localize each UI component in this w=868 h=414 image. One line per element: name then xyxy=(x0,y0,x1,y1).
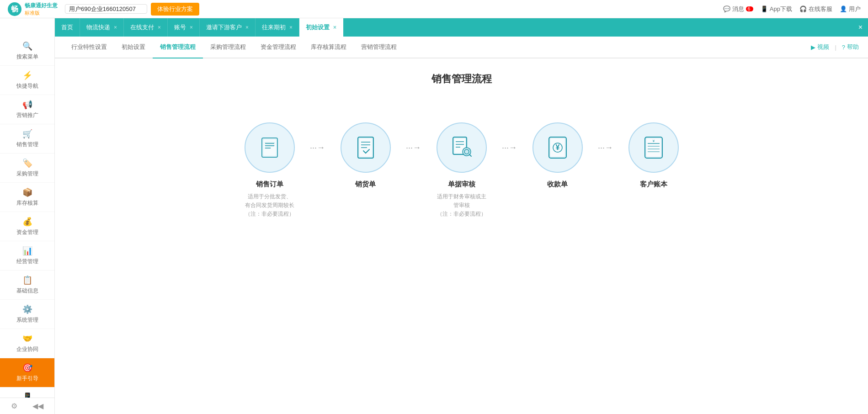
logo-icon: 畅 xyxy=(7,2,22,16)
sales-order-icon xyxy=(257,135,282,160)
sidebar-item-newbie[interactable]: 🎯 新手引导 xyxy=(0,358,54,387)
review-icon xyxy=(449,135,474,160)
close-icon[interactable]: × xyxy=(114,24,117,31)
flow-step-invoice: 销货单 xyxy=(329,122,402,192)
sidebar-item-search[interactable]: 🔍 搜索菜单 xyxy=(0,37,54,66)
sub-tab-inventory-flow[interactable]: 库存核算流程 xyxy=(304,37,354,58)
nav-tab-label: 初始设置 xyxy=(306,23,330,32)
flow-step-receipt: ¥ 收款单 xyxy=(521,122,594,192)
invoice-icon xyxy=(353,135,378,160)
quick-icon: ⚡ xyxy=(22,70,32,80)
nav-tabs: 首页 物流快递 × 在线支付 × 账号 × 邀请下游客户 × 往来期初 × 初始… xyxy=(55,18,868,37)
nav-tabs-close-all[interactable]: × xyxy=(853,18,868,37)
nav-tab-invite[interactable]: 邀请下游客户 × xyxy=(200,18,256,37)
flow-step-review: 单据审核 适用于财务审核或主管审核（注：非必要流程） xyxy=(425,122,498,219)
help-link[interactable]: ? 帮助 xyxy=(842,43,859,51)
message-icon: 💬 xyxy=(723,5,730,12)
inventory-icon: 📦 xyxy=(22,187,32,197)
sidebar-item-finance[interactable]: 💰 资金管理 xyxy=(0,212,54,241)
flow-step-desc: 适用于财务审核或主管审核（注：非必要流程） xyxy=(437,192,486,219)
flow-circle-invoice[interactable] xyxy=(341,122,391,173)
flow-circle-review[interactable] xyxy=(437,122,487,173)
purchase-icon: 🏷️ xyxy=(22,158,32,168)
flow-step-account: ¥ 客户账本 xyxy=(617,122,690,192)
receipt-icon: ¥ xyxy=(545,135,570,160)
flow-circle-account[interactable]: ¥ xyxy=(628,122,679,173)
user-avatar-icon: 👤 xyxy=(840,5,847,12)
sidebar-item-label: 采购管理 xyxy=(16,170,38,178)
user-selector-wrapper[interactable]: 用户690企业1660120507 xyxy=(65,4,147,14)
user-menu-btn[interactable]: 👤 用户 xyxy=(840,5,861,13)
collapse-btn[interactable]: ◀◀ xyxy=(32,402,43,410)
coop-icon: 🤝 xyxy=(22,334,32,344)
sidebar-item-app-center[interactable]: 📱 应用中心 xyxy=(0,387,54,398)
sidebar-item-inventory[interactable]: 📦 库存核算 xyxy=(0,183,54,212)
headset-icon: 🎧 xyxy=(799,5,807,12)
nav-tab-period[interactable]: 往来期初 × xyxy=(256,18,299,37)
sidebar-item-system[interactable]: ⚙️ 系统管理 xyxy=(0,300,54,329)
flow-circle-receipt[interactable]: ¥ xyxy=(533,122,583,173)
flow-arrow-4: ···→ xyxy=(594,122,617,153)
help-icon: ? xyxy=(842,44,845,51)
nav-tab-home[interactable]: 首页 xyxy=(55,18,80,37)
message-btn[interactable]: 💬 消息 6 xyxy=(723,5,753,13)
sidebar-item-sales[interactable]: 🛒 销售管理 xyxy=(0,124,54,154)
sidebar-item-purchase[interactable]: 🏷️ 采购管理 xyxy=(0,154,54,183)
video-link[interactable]: ▶ 视频 xyxy=(811,43,829,51)
page-body: 销售管理流程 销售 xyxy=(55,58,868,242)
flow-arrow-3: ···→ xyxy=(498,122,521,153)
sidebar-item-marketing[interactable]: 📢 营销推广 xyxy=(0,95,54,124)
sidebar-item-operation[interactable]: 📊 经营管理 xyxy=(0,241,54,271)
close-icon[interactable]: × xyxy=(333,24,336,31)
sub-tab-sales-flow[interactable]: 销售管理流程 xyxy=(153,37,203,58)
flow-step-title: 收款单 xyxy=(547,180,568,189)
nav-tab-logistics[interactable]: 物流快递 × xyxy=(80,18,124,37)
flow-circle-sales-order[interactable] xyxy=(245,122,295,173)
flow-step-title: 销货单 xyxy=(355,180,376,189)
online-service-btn[interactable]: 🎧 在线客服 xyxy=(799,5,832,13)
nav-tab-init[interactable]: 初始设置 × xyxy=(299,18,343,37)
sales-icon: 🛒 xyxy=(22,129,32,139)
top-bar-right: 💬 消息 6 📱 App下载 🎧 在线客服 👤 用户 xyxy=(723,5,861,13)
app-icon: 📱 xyxy=(761,5,768,12)
sub-tab-industry[interactable]: 行业特性设置 xyxy=(64,37,114,58)
app-center-icon: 📱 xyxy=(22,392,32,398)
close-icon[interactable]: × xyxy=(190,24,193,31)
sidebar-item-quick[interactable]: ⚡ 快捷导航 xyxy=(0,66,54,95)
sidebar-item-basic[interactable]: 📋 基础信息 xyxy=(0,271,54,300)
sidebar-item-label: 营销推广 xyxy=(16,111,38,119)
sidebar-item-label: 资金管理 xyxy=(16,228,38,236)
nav-tab-label: 物流快递 xyxy=(86,23,110,32)
operation-icon: 📊 xyxy=(22,246,32,256)
settings-btn[interactable]: ⚙ xyxy=(11,402,17,410)
sidebar-item-label: 企业协同 xyxy=(16,345,38,353)
flow-step-sales-order: 销售订单 适用于分批发货、有合同发货周期较长（注：非必要流程） xyxy=(233,122,306,219)
nav-tab-account[interactable]: 账号 × xyxy=(168,18,200,37)
flow-arrow-2: ···→ xyxy=(402,122,425,153)
sub-tab-finance-flow[interactable]: 资金管理流程 xyxy=(253,37,304,58)
nav-tab-payment[interactable]: 在线支付 × xyxy=(124,18,168,37)
sub-tab-marketing-flow[interactable]: 营销管理流程 xyxy=(354,37,404,58)
search-icon: 🔍 xyxy=(22,41,32,51)
sidebar-item-enterprise-coop[interactable]: 🤝 企业协同 xyxy=(0,329,54,358)
close-icon[interactable]: × xyxy=(158,24,161,31)
account-icon: ¥ xyxy=(641,135,666,160)
trial-btn[interactable]: 体验行业方案 xyxy=(151,3,199,16)
sidebar-item-label: 新手引导 xyxy=(16,375,38,382)
sub-tab-purchase-flow[interactable]: 采购管理流程 xyxy=(203,37,253,58)
top-bar-left: 畅 畅康通好生意 标准版 用户690企业1660120507 体验行业方案 xyxy=(7,2,199,16)
app-download-btn[interactable]: 📱 App下载 xyxy=(761,5,792,13)
sub-tab-init[interactable]: 初始设置 xyxy=(114,37,153,58)
nav-tab-label: 往来期初 xyxy=(262,23,286,32)
system-icon: ⚙️ xyxy=(22,304,32,314)
close-icon[interactable]: × xyxy=(245,24,249,31)
logo-area: 畅 畅康通好生意 标准版 xyxy=(7,2,58,16)
message-badge: 6 xyxy=(746,6,753,11)
close-icon[interactable]: × xyxy=(289,24,293,31)
top-bar: 畅 畅康通好生意 标准版 用户690企业1660120507 体验行业方案 💬 … xyxy=(0,0,868,18)
sidebar-bottom: ⚙ ◀◀ xyxy=(0,398,54,414)
flow-step-desc: 适用于分批发货、有合同发货周期较长（注：非必要流程） xyxy=(245,192,294,219)
user-selector[interactable]: 用户690企业1660120507 xyxy=(65,4,147,14)
flow-arrow-1: ···→ xyxy=(306,122,329,153)
svg-line-25 xyxy=(469,154,471,156)
